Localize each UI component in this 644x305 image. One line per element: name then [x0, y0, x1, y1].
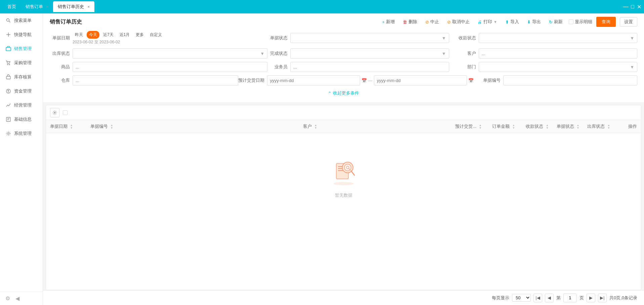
page-size-select[interactable]: 50 10 20 100 — [512, 294, 531, 302]
delivery-status-label: 出库状态 — [50, 50, 70, 56]
purchase-mgmt-icon — [5, 60, 11, 66]
col-customer[interactable]: 客户 ▲▼ — [299, 120, 451, 133]
product-input[interactable] — [73, 62, 267, 72]
stop-button[interactable]: ⊘ 中止 — [423, 17, 441, 26]
quick-more[interactable]: 更多 — [133, 31, 146, 39]
tab-sales-order[interactable]: 销售订单 × — [21, 1, 53, 12]
table-wrapper: 单据日期 ▲▼ 单据编号 ▲▼ 客户 ▲▼ — [46, 105, 641, 290]
department-select[interactable]: ▼ — [479, 62, 637, 72]
tab-sales-order-close[interactable]: × — [46, 5, 48, 9]
doc-number-input[interactable] — [503, 75, 637, 85]
sidebar-settings-icon[interactable]: ⚙ — [5, 295, 10, 302]
svg-rect-2 — [6, 47, 11, 51]
cancel-stop-button[interactable]: ⊘ 取消中止 — [445, 17, 472, 26]
sidebar-collapse-icon[interactable]: ◀ — [15, 295, 19, 302]
expected-delivery-label: 预计交货日期 — [238, 77, 264, 83]
sidebar-item-quick-nav[interactable]: 快捷导航 — [0, 28, 43, 42]
calendar-to-icon[interactable]: 📅 — [468, 78, 474, 83]
warehouse-input[interactable] — [73, 75, 238, 85]
salesperson-input[interactable] — [290, 62, 449, 72]
svg-rect-14 — [338, 170, 343, 171]
tab-sales-order-history-label: 销售订单历史 — [58, 4, 84, 10]
filter-customer: 客户 — [456, 48, 637, 59]
new-button[interactable]: + 新增 — [380, 17, 397, 26]
customer-label: 客户 — [456, 50, 476, 56]
chevron-up-icon: ⌃ — [328, 91, 332, 96]
receipt-status-select[interactable]: ▼ — [479, 33, 637, 43]
sidebar-item-basic-info[interactable]: 基础信息 — [0, 112, 43, 126]
display-detail-checkbox[interactable] — [569, 20, 573, 24]
col-expected-delivery[interactable]: 预计交货... ▲▼ — [451, 120, 488, 133]
sidebar-label-quick-nav: 快捷导航 — [14, 32, 32, 38]
sidebar-item-purchase-mgmt[interactable]: 采购管理 — [0, 56, 43, 70]
sort-order-amount: ▲▼ — [512, 124, 515, 129]
maximize-button[interactable]: □ — [631, 4, 634, 10]
setting-button[interactable]: 设置 — [620, 17, 637, 27]
empty-text: 暂无数据 — [335, 192, 352, 198]
total-records: 共0页,0条记录 — [609, 295, 637, 301]
complete-status-select[interactable]: ▼ — [290, 48, 449, 59]
sidebar-item-inventory[interactable]: 库存核算 — [0, 70, 43, 84]
quick-7days[interactable]: 近7天 — [101, 31, 116, 39]
quick-custom[interactable]: 自定义 — [147, 31, 164, 39]
quick-yesterday[interactable]: 昨天 — [73, 31, 85, 39]
minimize-button[interactable]: — — [623, 4, 628, 10]
print-button[interactable]: 🖨 打印 ▼ — [476, 17, 499, 26]
doc-status-select[interactable]: ▼ — [290, 33, 449, 43]
table-settings-button[interactable] — [50, 108, 59, 117]
filter-collapse-toggle[interactable]: ⌃ 收起更多条件 — [50, 89, 637, 99]
tab-sales-order-history[interactable]: 销售订单历史 × — [53, 1, 94, 12]
sort-doc-date: ▲▼ — [70, 124, 73, 129]
svg-point-10 — [334, 182, 354, 185]
refresh-button[interactable]: ↻ 刷新 — [547, 17, 565, 26]
first-page-button[interactable]: |◀ — [533, 294, 542, 302]
select-all-checkbox[interactable] — [63, 110, 68, 115]
sidebar-item-sales-mgmt[interactable]: 销售管理 — [0, 42, 43, 56]
doc-status-arrow: ▼ — [442, 36, 446, 41]
filter-row-1: 单据日期 昨天 今天 近7天 近1月 更多 自定义 2023-06-02 — [50, 31, 637, 45]
sidebar-item-finance[interactable]: 资金管理 — [0, 84, 43, 98]
import-button[interactable]: ⬆ 导入 — [503, 17, 521, 26]
col-doc-status[interactable]: 单据状态 ▲▼ — [553, 120, 584, 133]
filter-salesperson: 业务员 — [267, 62, 449, 72]
prev-page-button[interactable]: ◀ — [545, 294, 554, 302]
sidebar-item-search-menu[interactable]: 搜索菜单 — [0, 13, 43, 28]
sort-doc-status: ▲▼ — [577, 124, 579, 129]
svg-point-0 — [7, 19, 9, 22]
col-delivery-status[interactable]: 出库状态 ▲▼ — [583, 120, 614, 133]
delete-button[interactable]: 🗑 删除 — [401, 17, 419, 26]
quick-1month[interactable]: 近1月 — [117, 31, 132, 39]
tab-home-label: 首页 — [7, 4, 16, 10]
col-doc-number[interactable]: 单据编号 ▲▼ — [86, 120, 299, 133]
export-button[interactable]: ⬇ 导出 — [525, 17, 543, 26]
collapse-label: 收起更多条件 — [333, 90, 359, 96]
doc-number-label: 单据编号 — [480, 77, 501, 83]
query-button[interactable]: 查询 — [596, 17, 616, 27]
col-receipt-status[interactable]: 收款状态 ▲▼ — [522, 120, 553, 133]
warehouse-control — [73, 75, 238, 85]
calendar-from-icon[interactable]: 📅 — [361, 78, 367, 83]
content-area: 销售订单历史 + 新增 🗑 删除 ⊘ 中止 ⊘ — [43, 13, 644, 305]
next-page-button[interactable]: ▶ — [587, 294, 595, 302]
sidebar-item-operations[interactable]: 经营管理 — [0, 98, 43, 112]
page-label-before: 第 — [556, 295, 561, 301]
customer-input[interactable] — [479, 48, 637, 59]
page-number-input[interactable] — [563, 294, 577, 302]
quick-today[interactable]: 今天 — [87, 31, 99, 39]
customer-control — [479, 48, 637, 59]
delivery-status-select[interactable]: ▼ — [73, 48, 267, 59]
tab-home[interactable]: 首页 — [3, 1, 21, 12]
delivery-date-to[interactable] — [374, 75, 467, 85]
col-doc-date[interactable]: 单据日期 ▲▼ — [46, 120, 86, 133]
tab-sales-order-history-close[interactable]: × — [87, 5, 89, 9]
svg-rect-7 — [6, 117, 10, 121]
close-button[interactable]: ✕ — [637, 4, 641, 10]
delivery-date-from[interactable] — [267, 75, 360, 85]
receipt-status-arrow: ▼ — [630, 36, 634, 41]
sidebar-item-sys-mgmt[interactable]: 系统管理 — [0, 126, 43, 141]
last-page-button[interactable]: ▶| — [598, 294, 607, 302]
sidebar-label-search-menu: 搜索菜单 — [14, 17, 32, 24]
product-label: 商品 — [50, 64, 70, 70]
col-order-amount[interactable]: 订单金额 ▲▼ — [488, 120, 522, 133]
display-detail-toggle[interactable]: 显示明细 — [569, 19, 592, 25]
